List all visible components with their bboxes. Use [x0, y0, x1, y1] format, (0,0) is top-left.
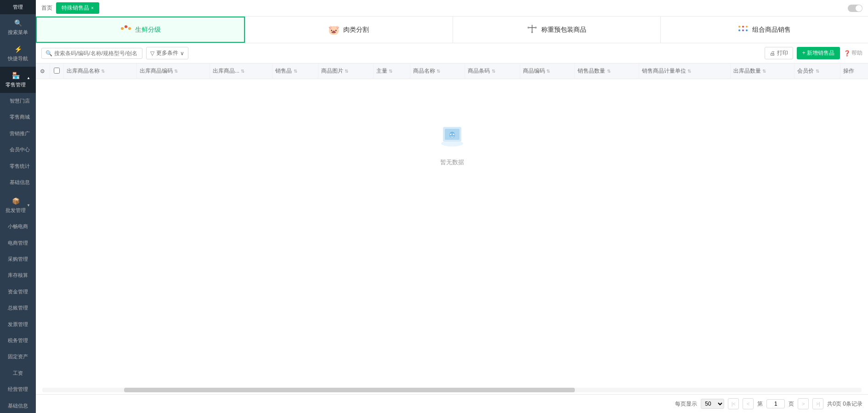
- close-tab-icon[interactable]: ×: [91, 6, 94, 11]
- empty-text: 暂无数据: [440, 158, 464, 166]
- sidebar-item-stats[interactable]: 零售统计: [0, 158, 36, 174]
- horizontal-scrollbar[interactable]: [42, 388, 862, 392]
- empty-state: 暂无数据: [36, 79, 868, 203]
- sidebar-item-asset[interactable]: 固定资产: [0, 349, 36, 365]
- gear-icon: ⚙: [40, 68, 45, 75]
- prev-page-icon: <: [747, 401, 749, 407]
- first-page-icon: |<: [732, 401, 736, 407]
- toggle-switch[interactable]: [848, 5, 862, 12]
- first-page-button[interactable]: |<: [728, 398, 739, 409]
- col-main-unit[interactable]: 主量 ⇅: [373, 63, 410, 79]
- col-image[interactable]: 商品图片 ⇅: [318, 63, 374, 79]
- last-page-button[interactable]: >|: [812, 398, 823, 409]
- sidebar-item-ops[interactable]: 经营管理: [0, 381, 36, 397]
- col-sale-unit[interactable]: 销售商品计量单位 ⇅: [639, 63, 730, 79]
- last-page-icon: >|: [816, 401, 820, 407]
- col-gear[interactable]: ⚙: [36, 63, 50, 79]
- sidebar-logo: 管理: [0, 0, 36, 14]
- combo-icon: [738, 24, 749, 35]
- help-icon: ❓: [844, 50, 851, 57]
- sort-icon: ⇅: [101, 69, 105, 74]
- sort-icon: ⇅: [174, 69, 178, 74]
- table-header-row: ⚙ 出库商品名称 ⇅ 出库商品编码 ⇅: [36, 63, 868, 79]
- sidebar-item-salary[interactable]: 工资: [0, 365, 36, 381]
- svg-point-9: [742, 26, 744, 28]
- select-all-checkbox[interactable]: [54, 68, 60, 74]
- svg-point-6: [535, 27, 537, 29]
- sidebar-item-quick[interactable]: ⚡ 快捷导航: [0, 40, 36, 67]
- sort-icon: ⇅: [607, 69, 611, 74]
- col-barcode[interactable]: 商品条码 ⇅: [465, 63, 520, 79]
- prev-page-button[interactable]: <: [743, 398, 754, 409]
- col-out-name[interactable]: 出库商品名称 ⇅: [63, 63, 136, 79]
- sidebar-item-retail[interactable]: 🏪 零售管理 ▲: [0, 67, 36, 93]
- sidebar-item-ecomm-mgr[interactable]: 电商管理: [0, 235, 36, 251]
- col-goods-code[interactable]: 商品编码 ⇅: [520, 63, 575, 79]
- current-tab[interactable]: 特殊销售品 ×: [56, 2, 99, 14]
- col-member-price[interactable]: 会员价 ⇅: [794, 63, 840, 79]
- wholesale-arrow: ▼: [27, 203, 30, 208]
- sidebar-item-search[interactable]: 🔍 搜索菜单: [0, 14, 36, 40]
- sidebar-item-wholesale[interactable]: 📦 批发管理 ▼: [0, 192, 36, 218]
- print-icon: 🖨: [770, 50, 775, 57]
- sidebar-item-inventory[interactable]: 库存核算: [0, 267, 36, 283]
- scrollbar-thumb[interactable]: [124, 388, 575, 392]
- sidebar-item-tax[interactable]: 税务管理: [0, 333, 36, 349]
- next-page-button[interactable]: >: [798, 398, 809, 409]
- sidebar-item-purchase[interactable]: 采购管理: [0, 251, 36, 267]
- filter-button[interactable]: ▽ 更多条件 ∨: [146, 47, 188, 59]
- scale-label: 称重预包装商品: [541, 26, 586, 34]
- help-button[interactable]: ❓ 帮助: [844, 49, 862, 57]
- col-checkbox[interactable]: [50, 63, 63, 79]
- retail-icon: 🏪: [12, 71, 20, 80]
- cat-tab-scale[interactable]: 称重预包装商品: [453, 17, 661, 43]
- next-page-icon: >: [802, 401, 805, 407]
- sort-icon: ⇅: [492, 69, 495, 74]
- page-input[interactable]: [766, 399, 785, 408]
- sort-icon: ⇅: [546, 69, 550, 74]
- quick-icon: ⚡: [14, 45, 22, 54]
- sidebar-item-basic[interactable]: 基础信息: [0, 174, 36, 190]
- cat-tab-meat[interactable]: 🐷 肉类分割: [245, 17, 453, 43]
- page-suffix: 页: [789, 400, 794, 408]
- new-sale-button[interactable]: + 新增销售品: [797, 47, 840, 59]
- sort-icon: ⇅: [294, 69, 297, 74]
- fresh-label: 生鲜分级: [135, 26, 161, 34]
- col-out-code[interactable]: 出库商品编码 ⇅: [136, 63, 210, 79]
- svg-point-18: [450, 133, 451, 135]
- svg-point-11: [738, 29, 740, 31]
- total-text: 共0页 0条记录: [827, 400, 862, 408]
- cat-tab-combo[interactable]: 组合商品销售: [661, 17, 868, 43]
- sidebar-item-store[interactable]: 智慧门店: [0, 93, 36, 109]
- sidebar-item-member[interactable]: 会员中心: [0, 142, 36, 158]
- combo-label: 组合商品销售: [752, 26, 791, 34]
- scrollbar-area: [36, 386, 868, 394]
- sidebar-item-finance[interactable]: 资金管理: [0, 284, 36, 300]
- sidebar-item-ledger[interactable]: 总账管理: [0, 300, 36, 316]
- col-sale-item[interactable]: 销售品 ⇅: [272, 63, 318, 79]
- sidebar-item-basic2[interactable]: 基础信息: [0, 398, 36, 413]
- sidebar-item-promo[interactable]: 营销推广: [0, 126, 36, 142]
- col-sale-qty[interactable]: 销售品数量 ⇅: [575, 63, 639, 79]
- search-input[interactable]: [54, 50, 138, 57]
- sidebar-item-ecommerce[interactable]: 小畅电商: [0, 218, 36, 235]
- sidebar-item-invoice[interactable]: 发票管理: [0, 316, 36, 333]
- col-out-qty[interactable]: 出库品数量 ⇅: [730, 63, 794, 79]
- scale-icon: [527, 24, 538, 35]
- page-content: 生鲜分级 🐷 肉类分割 称重预包装商品: [36, 17, 868, 413]
- meat-icon: 🐷: [328, 24, 340, 35]
- pagination: 每页显示 50 10 20 100 |< < 第 页 > >| 共0页 0条记录: [36, 394, 868, 413]
- home-tab[interactable]: 首页: [41, 4, 52, 12]
- table-container: ⚙ 出库商品名称 ⇅ 出库商品编码 ⇅: [36, 63, 868, 386]
- col-out-detail[interactable]: 出库商品... ⇅: [210, 63, 272, 79]
- sidebar-item-mall[interactable]: 零售商城: [0, 109, 36, 125]
- sort-icon: ⇅: [816, 69, 819, 74]
- per-page-select[interactable]: 50 10 20 100: [701, 399, 724, 409]
- cat-tab-fresh[interactable]: 生鲜分级: [36, 17, 245, 43]
- col-goods-name[interactable]: 商品名称 ⇅: [410, 63, 465, 79]
- svg-point-19: [453, 133, 454, 135]
- sort-icon: ⇅: [345, 69, 348, 74]
- category-tabs: 生鲜分级 🐷 肉类分割 称重预包装商品: [36, 17, 868, 43]
- col-operation: 操作: [840, 63, 868, 79]
- print-button[interactable]: 🖨 打印: [765, 47, 793, 59]
